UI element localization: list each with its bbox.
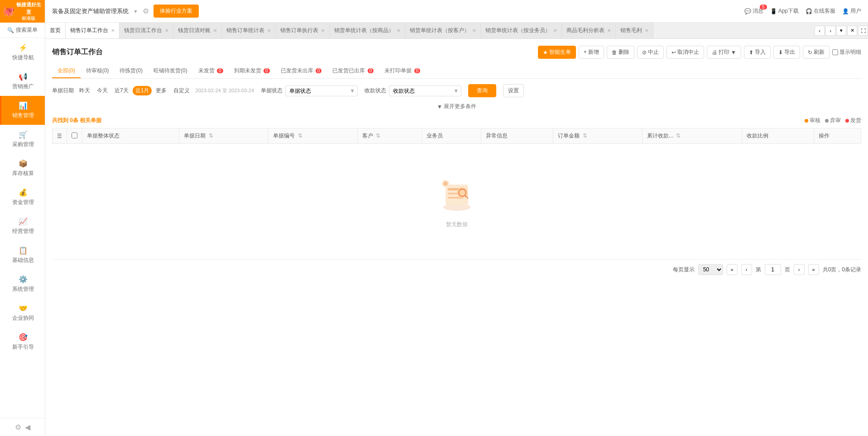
expand-button[interactable]: ▼ 展开更多条件 bbox=[433, 101, 480, 112]
status-select[interactable]: 单据状态 bbox=[285, 85, 358, 96]
sidebar-item-guide[interactable]: 🎯 新手引导 bbox=[0, 327, 45, 356]
subtab-all[interactable]: 全部(0) bbox=[52, 64, 81, 78]
subtab-shipped-out[interactable]: 已发货已出库 0 bbox=[327, 64, 379, 78]
tab-sales-profit[interactable]: 销售毛利 ✕ bbox=[616, 23, 653, 38]
smart-create-button[interactable]: ★ 智能生单 bbox=[538, 46, 576, 59]
user-button[interactable]: 👤 用户 bbox=[842, 7, 861, 15]
tab-close-icon[interactable]: ✕ bbox=[165, 28, 168, 33]
query-button[interactable]: 查询 bbox=[468, 84, 496, 97]
tab-scroll-left-button[interactable]: ‹ bbox=[815, 26, 825, 36]
subtab-not-shipped[interactable]: 未发货 0 bbox=[193, 64, 229, 78]
tab-sales-summary-staff[interactable]: 销货单统计表（按业务员） ✕ bbox=[481, 23, 562, 38]
th-date[interactable]: 单据日期 ⇅ bbox=[179, 128, 269, 144]
tab-close-icon[interactable]: ✕ bbox=[553, 28, 557, 33]
tab-cash-reconcile[interactable]: 钱货日清对账 ✕ bbox=[173, 23, 222, 38]
page-size-select[interactable]: 10 20 50 100 bbox=[698, 264, 723, 275]
subtab-overdue[interactable]: 到期未发货 0 bbox=[229, 64, 275, 78]
th-customer-label: 客户 bbox=[362, 133, 373, 139]
topbar-settings-icon[interactable]: ⚙ bbox=[143, 7, 149, 15]
tab-sales-profit-label: 销售毛利 bbox=[620, 27, 642, 34]
tab-sales-exec[interactable]: 销售订单执行表 ✕ bbox=[276, 23, 330, 38]
sidebar-gear-button[interactable]: ⚙ bbox=[15, 423, 21, 431]
payment-select[interactable]: 收款状态 bbox=[389, 85, 461, 96]
ship-button[interactable]: 发货 bbox=[845, 117, 861, 124]
tab-close-icon[interactable]: ✕ bbox=[213, 28, 217, 33]
th-customer[interactable]: 客户 ⇅ bbox=[358, 128, 422, 144]
tab-cash-daily[interactable]: 钱货日清工作台 ✕ bbox=[120, 23, 173, 38]
th-number[interactable]: 单据编号 ⇅ bbox=[269, 128, 358, 144]
sidebar-item-operations[interactable]: 📈 经营管理 bbox=[0, 212, 45, 241]
import-button[interactable]: ⬆ 导入 bbox=[744, 46, 771, 59]
finance-icon: 💰 bbox=[19, 188, 28, 197]
tab-product-margin[interactable]: 商品毛利分析表 ✕ bbox=[562, 23, 616, 38]
tab-scroll-right-button[interactable]: › bbox=[825, 26, 835, 36]
subtab-wangpu-label: 旺铺待发货(0) bbox=[153, 67, 187, 74]
sidebar-item-marketing[interactable]: 📢 营销推广 bbox=[0, 67, 45, 96]
tab-sales-summary-product[interactable]: 销货单统计表（按商品） ✕ bbox=[330, 23, 405, 38]
tab-close-icon[interactable]: ✕ bbox=[607, 28, 611, 33]
industry-solution-button[interactable]: 体验行业方案 bbox=[153, 5, 199, 18]
th-received[interactable]: 累计收款... ⇅ bbox=[643, 128, 742, 144]
tab-close-icon[interactable]: ✕ bbox=[111, 28, 115, 33]
page-next-button[interactable]: › bbox=[794, 264, 805, 275]
cancel-stop-button[interactable]: ↩ 取消中止 bbox=[667, 46, 704, 59]
subtab-wangpu[interactable]: 旺铺待发货(0) bbox=[148, 64, 193, 78]
sidebar-item-enterprise[interactable]: 🤝 企业协同 bbox=[0, 299, 45, 327]
subtab-pending-pickup[interactable]: 待拣货(0) bbox=[114, 64, 148, 78]
shortcut-last1m[interactable]: 近1月 bbox=[133, 86, 152, 95]
select-all-checkbox[interactable] bbox=[72, 133, 77, 138]
sales-icon: 📊 bbox=[19, 101, 28, 110]
subtab-not-printed[interactable]: 未打印单据 0 bbox=[379, 64, 426, 78]
shortcut-custom[interactable]: 自定义 bbox=[171, 86, 192, 95]
stop-button[interactable]: ⊘ 中止 bbox=[637, 46, 664, 59]
tab-close-icon[interactable]: ✕ bbox=[321, 28, 325, 33]
sidebar-item-purchase[interactable]: 🛒 采购管理 bbox=[0, 125, 45, 154]
page-first-button[interactable]: « bbox=[727, 264, 738, 275]
message-button[interactable]: 💬 消息 5 bbox=[744, 7, 763, 15]
export-label: 导出 bbox=[784, 48, 795, 56]
sidebar-item-system[interactable]: ⚙️ 系统管理 bbox=[0, 270, 45, 299]
subtab-pending-review[interactable]: 待审核(0) bbox=[81, 64, 115, 78]
tab-sales-summary-customer[interactable]: 销货单统计表（按客户） ✕ bbox=[405, 23, 481, 38]
cancel-review-button[interactable]: 弃审 bbox=[825, 117, 841, 124]
sidebar-item-quick-nav[interactable]: ⚡ 快捷导航 bbox=[0, 38, 45, 67]
add-button[interactable]: + 新增 bbox=[579, 46, 604, 59]
refresh-button[interactable]: ↻ 刷新 bbox=[803, 46, 830, 59]
page-last-button[interactable]: » bbox=[808, 264, 819, 275]
tab-sales-workbench[interactable]: 销售订单工作台 ✕ bbox=[66, 23, 120, 38]
tab-close-icon[interactable]: ✕ bbox=[472, 28, 476, 33]
print-button[interactable]: 🖨 打印 ▼ bbox=[707, 46, 741, 59]
tab-close-all-button[interactable]: ✕ bbox=[847, 26, 857, 36]
settings-button[interactable]: 设置 bbox=[503, 84, 524, 97]
tab-fullscreen-button[interactable]: ⛶ bbox=[858, 26, 868, 36]
sidebar-item-search[interactable]: 🔍 搜索菜单 bbox=[0, 23, 45, 38]
page-prev-button[interactable]: ‹ bbox=[741, 264, 752, 275]
sidebar-item-basic[interactable]: 📋 基础信息 bbox=[0, 241, 45, 270]
subtab-shipped-no-out[interactable]: 已发货未出库 0 bbox=[275, 64, 327, 78]
sidebar-collapse-button[interactable]: ◀ bbox=[25, 423, 30, 431]
export-button[interactable]: ⬇ 导出 bbox=[773, 46, 800, 59]
delete-button[interactable]: 🗑 删除 bbox=[607, 46, 634, 59]
th-status: 单据整体状态 bbox=[82, 128, 179, 144]
sidebar-item-inventory[interactable]: 📦 库存核算 bbox=[0, 154, 45, 183]
tab-home[interactable]: 首页 bbox=[45, 23, 66, 38]
sidebar-item-finance[interactable]: 💰 资金管理 bbox=[0, 183, 45, 212]
shortcut-today[interactable]: 今天 bbox=[94, 86, 110, 95]
shortcut-yesterday[interactable]: 昨天 bbox=[77, 86, 93, 95]
shortcut-more[interactable]: 更多 bbox=[153, 86, 169, 95]
tab-menu-button[interactable]: ▾ bbox=[836, 26, 846, 36]
tab-sales-stat[interactable]: 销售订单统计表 ✕ bbox=[222, 23, 276, 38]
tab-close-icon[interactable]: ✕ bbox=[267, 28, 271, 33]
shortcut-last7[interactable]: 近7天 bbox=[112, 86, 131, 95]
not-shipped-badge: 0 bbox=[217, 68, 223, 73]
app-download-button[interactable]: 📱 App下载 bbox=[770, 7, 799, 15]
sidebar-item-sales[interactable]: 📊 销售管理 bbox=[0, 96, 45, 125]
th-amount[interactable]: 订单金额 ⇅ bbox=[553, 128, 643, 144]
show-detail-checkbox[interactable] bbox=[832, 49, 838, 55]
page-number-input[interactable] bbox=[765, 264, 781, 275]
status-filter-label: 单据状态 bbox=[261, 87, 283, 95]
tab-close-icon[interactable]: ✕ bbox=[397, 28, 400, 33]
online-service-button[interactable]: 🎧 在线客服 bbox=[806, 7, 835, 15]
review-button[interactable]: 审核 bbox=[805, 117, 820, 124]
tab-close-icon[interactable]: ✕ bbox=[645, 28, 648, 33]
